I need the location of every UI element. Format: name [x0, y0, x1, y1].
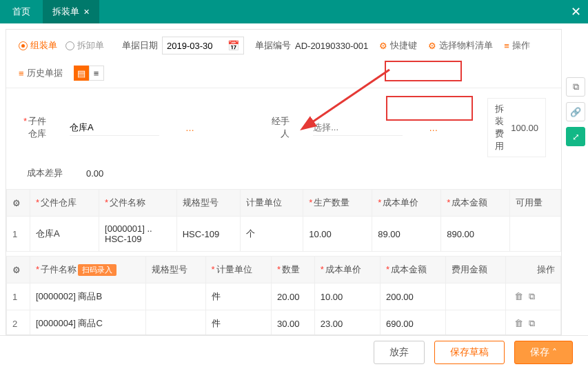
main-area: 组装单 拆卸单 单据日期 📅 单据编号 AD-20190330-001 ⚙快捷键	[0, 23, 588, 335]
radio-disassemble[interactable]: 拆卸单	[65, 39, 104, 52]
footer: 放弃 保存草稿 保存˄	[0, 335, 588, 369]
cell-unit[interactable]: 件	[205, 310, 271, 336]
th-available[interactable]: 可用量	[510, 190, 561, 217]
th-op[interactable]: 操作	[506, 257, 561, 283]
table-row[interactable]: 1 [0000002] 商品B 件 20.00 10.00 200.00 🗑⧉	[7, 283, 561, 310]
cell-unit[interactable]: 件	[205, 283, 271, 310]
calendar-icon[interactable]: 📅	[227, 40, 239, 51]
window-close-button[interactable]: ✕	[563, 0, 588, 23]
gear-icon: ⚙	[379, 41, 387, 51]
cell-fee[interactable]	[446, 310, 506, 336]
list-icon: ≡	[19, 68, 24, 79]
rail-link-button[interactable]: 🔗	[566, 102, 585, 121]
parent-table: ⚙ 父件仓库 父件名称 规格型号 计量单位 生产数量 成本单价 成本金额 可用量…	[6, 189, 561, 252]
th-unit[interactable]: 计量单位	[205, 257, 271, 283]
cell-unit[interactable]: 个	[241, 217, 303, 252]
gear-header[interactable]: ⚙	[7, 190, 30, 217]
cell-spec[interactable]: HSC-109	[176, 217, 241, 252]
cell-qty[interactable]: 20.00	[271, 283, 314, 310]
cell-amount[interactable]: 890.00	[441, 217, 510, 252]
save-draft-button[interactable]: 保存草稿	[434, 341, 505, 364]
cell-unit-cost[interactable]: 10.00	[314, 283, 380, 310]
th-qty[interactable]: 数量	[271, 257, 314, 283]
cell-qty[interactable]: 30.00	[271, 310, 314, 336]
cell-qty[interactable]: 10.00	[303, 217, 372, 252]
select-bom-label: 选择物料清单	[439, 39, 493, 52]
cell-amount[interactable]: 200.00	[381, 283, 446, 310]
tab-active[interactable]: 拆装单 ✕	[43, 0, 99, 23]
sub-warehouse-input[interactable]	[70, 119, 159, 136]
th-parent-name[interactable]: 父件名称	[99, 190, 177, 217]
save-button[interactable]: 保存˄	[514, 341, 573, 364]
cost-diff-label: 成本差异	[21, 167, 63, 179]
cell-name[interactable]: [0000001] ..HSC-109	[99, 217, 177, 252]
tab-home[interactable]: 首页	[0, 0, 43, 23]
handler-input[interactable]	[313, 119, 403, 136]
th-unit-cost[interactable]: 成本单价	[372, 190, 441, 217]
select-bom-link[interactable]: ⚙选择物料清单	[428, 39, 493, 52]
th-qty[interactable]: 生产数量	[303, 190, 372, 217]
mode-radio-group: 组装单 拆卸单	[19, 39, 104, 52]
handler-label: 经手人	[265, 115, 290, 140]
list-icon: ≡	[504, 41, 509, 51]
date-input[interactable]	[167, 41, 223, 51]
copy-row-icon[interactable]: ⧉	[529, 291, 535, 301]
shortcut-label: 快捷键	[390, 39, 417, 52]
delete-icon[interactable]: 🗑	[514, 318, 523, 328]
th-child-name[interactable]: 子件名称扫码录入	[30, 257, 146, 283]
gear-header[interactable]: ⚙	[7, 257, 30, 283]
cell-spec[interactable]	[146, 283, 206, 310]
table-row[interactable]: 2 [0000004] 商品C 件 30.00 23.00 690.00 🗑⧉	[7, 310, 561, 336]
radio-icon	[65, 41, 74, 50]
radio-icon	[19, 41, 28, 50]
th-spec[interactable]: 规格型号	[176, 190, 241, 217]
cell-wh[interactable]: 仓库A	[30, 217, 99, 252]
copy-row-icon[interactable]: ⧉	[529, 318, 535, 328]
tab-active-label: 拆装单	[52, 6, 79, 18]
scan-badge[interactable]: 扫码录入	[78, 264, 116, 276]
docno-label: 单据编号	[255, 39, 291, 52]
rail-copy-button[interactable]: ⧉	[566, 77, 585, 97]
sub-warehouse-label: 子件仓库	[21, 115, 46, 140]
cell-name[interactable]: [0000002] 商品B	[30, 283, 146, 310]
radio-assemble[interactable]: 组装单	[19, 39, 57, 52]
sub-warehouse-picker-icon[interactable]: …	[183, 123, 197, 133]
view-grid-button[interactable]: ▤	[74, 66, 89, 81]
top-tabs: 首页 拆装单 ✕ ✕	[0, 0, 588, 23]
th-parent-wh[interactable]: 父件仓库	[30, 190, 99, 217]
th-fee[interactable]: 费用金额	[446, 257, 506, 283]
th-unit[interactable]: 计量单位	[241, 190, 303, 217]
view-toggle: ▤ ≡	[74, 66, 104, 81]
date-picker[interactable]: 📅	[162, 37, 244, 54]
handler-picker-icon[interactable]: …	[426, 123, 440, 133]
chevron-up-icon: ˄	[552, 347, 557, 358]
th-spec[interactable]: 规格型号	[146, 257, 206, 283]
tab-close-icon[interactable]: ✕	[83, 8, 90, 17]
discard-button[interactable]: 放弃	[374, 341, 425, 364]
cell-fee[interactable]	[446, 283, 506, 310]
delete-icon[interactable]: 🗑	[514, 291, 523, 301]
content-panel: 组装单 拆卸单 单据日期 📅 单据编号 AD-20190330-001 ⚙快捷键	[6, 29, 562, 335]
cell-spec[interactable]	[146, 310, 206, 336]
form-row-2: 成本差异 0.00	[6, 167, 561, 189]
operate-link[interactable]: ≡操作	[504, 39, 530, 52]
th-unit-cost[interactable]: 成本单价	[314, 257, 380, 283]
shortcut-link[interactable]: ⚙快捷键	[379, 39, 417, 52]
toolbar: 组装单 拆卸单 单据日期 📅 单据编号 AD-20190330-001 ⚙快捷键	[6, 30, 561, 88]
rail-expand-button[interactable]: ⤢	[566, 127, 585, 146]
cost-diff-value: 0.00	[86, 168, 103, 179]
view-list-button[interactable]: ≡	[89, 66, 104, 81]
th-amount[interactable]: 成本金额	[381, 257, 446, 283]
date-field: 单据日期 📅	[122, 37, 244, 54]
fee-box[interactable]: 拆装费用 100.00	[487, 98, 546, 157]
th-amount[interactable]: 成本金额	[441, 190, 510, 217]
cell-amount[interactable]: 690.00	[381, 310, 446, 336]
cell-unit-cost[interactable]: 23.00	[314, 310, 380, 336]
cell-unit-cost[interactable]: 89.00	[372, 217, 441, 252]
cell-available[interactable]	[510, 217, 561, 252]
history-link[interactable]: ≡历史单据	[19, 67, 63, 79]
table-row[interactable]: 1 仓库A [0000001] ..HSC-109 HSC-109 个 10.0…	[7, 217, 561, 252]
history-label: 历史单据	[27, 67, 63, 79]
row-index: 1	[7, 217, 30, 252]
cell-name[interactable]: [0000004] 商品C	[30, 310, 146, 336]
